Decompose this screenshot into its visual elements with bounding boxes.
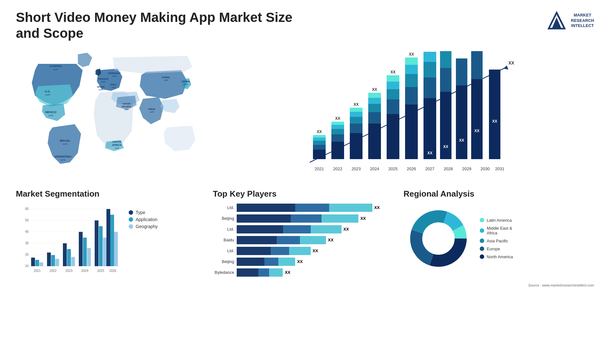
svg-rect-116	[39, 262, 43, 266]
svg-rect-51	[350, 124, 363, 133]
svg-rect-117	[47, 253, 51, 266]
svg-text:2030: 2030	[481, 166, 490, 171]
application-dot	[129, 217, 133, 222]
segmentation-chart: 60 50 40 30 20 10	[16, 204, 124, 277]
svg-text:CHINA: CHINA	[162, 76, 170, 79]
svg-rect-131	[114, 232, 118, 266]
bar-chart-svg: XX XX XX	[219, 51, 591, 178]
svg-rect-124	[83, 238, 87, 266]
svg-rect-48	[331, 122, 344, 125]
segmentation-title: Market Segmentation	[16, 189, 200, 199]
svg-point-143	[423, 223, 454, 254]
latin-america-label: Latin America	[487, 218, 512, 223]
legend-asia-pacific: Asia Pacific	[480, 239, 513, 243]
north-america-label: North America	[487, 254, 513, 259]
svg-text:2024: 2024	[370, 166, 379, 171]
header: Short Video Money Making App Market Size…	[16, 10, 594, 42]
svg-text:xx%: xx%	[48, 114, 53, 117]
svg-rect-71	[405, 65, 418, 74]
map-section: CANADA xx% U.S. xx% MEXICO xx% BRAZIL xx…	[16, 48, 207, 183]
segmentation-section: Market Segmentation 60 50 40 30 20 10	[16, 189, 200, 279]
svg-text:xx%: xx%	[124, 108, 128, 111]
svg-rect-121	[67, 249, 71, 266]
svg-rect-130	[110, 215, 114, 266]
svg-rect-125	[87, 248, 91, 266]
regional-legend: Latin America Middle East &Africa Asia P…	[480, 218, 513, 259]
svg-text:JAPAN: JAPAN	[181, 80, 190, 83]
svg-rect-123	[79, 232, 83, 266]
svg-rect-40	[313, 141, 326, 145]
svg-text:XX: XX	[427, 151, 432, 155]
svg-rect-64	[387, 89, 399, 99]
player-label-6: Bytedance	[213, 270, 237, 275]
svg-rect-85	[424, 98, 436, 159]
svg-text:XX: XX	[354, 102, 359, 107]
svg-text:ITALY: ITALY	[110, 83, 117, 86]
svg-rect-50	[350, 133, 363, 159]
svg-rect-63	[387, 99, 399, 114]
svg-text:AFRICA: AFRICA	[112, 144, 122, 146]
svg-rect-88	[424, 52, 436, 62]
svg-text:2023: 2023	[352, 166, 361, 171]
svg-text:20: 20	[25, 253, 29, 256]
legend-latin-america: Latin America	[480, 218, 513, 223]
svg-rect-119	[55, 259, 59, 266]
svg-text:XX: XX	[459, 138, 464, 143]
svg-text:GERMANY: GERMANY	[108, 72, 121, 75]
svg-text:2024: 2024	[81, 269, 89, 273]
svg-rect-69	[405, 87, 418, 104]
player-label-4: Ltd.	[213, 248, 237, 253]
legend-geography: Geography	[129, 224, 158, 229]
svg-text:2028: 2028	[444, 166, 453, 171]
svg-text:xx%: xx%	[111, 86, 115, 89]
chart-section: XX XX XX	[213, 48, 594, 183]
svg-rect-87	[424, 62, 436, 78]
svg-text:ARGENTINA: ARGENTINA	[54, 155, 71, 158]
svg-text:2025: 2025	[389, 166, 398, 171]
player-label-2: Ltd.	[213, 227, 237, 232]
player-label-0: Ltd.	[213, 205, 237, 210]
svg-rect-86	[424, 78, 436, 98]
svg-text:ARABIA: ARABIA	[121, 105, 131, 108]
player-row-5: Beijing XX	[213, 258, 391, 266]
north-america-dot	[480, 254, 484, 259]
legend-north-america: North America	[480, 254, 513, 259]
svg-text:XX: XX	[443, 145, 448, 149]
svg-text:SPAIN: SPAIN	[97, 85, 105, 88]
svg-text:2025: 2025	[97, 269, 105, 273]
svg-text:30: 30	[25, 241, 29, 245]
svg-rect-65	[387, 82, 399, 89]
svg-rect-120	[63, 243, 67, 266]
svg-rect-42	[313, 135, 326, 138]
svg-rect-127	[99, 226, 103, 266]
svg-rect-70	[405, 74, 418, 87]
svg-rect-52	[350, 117, 363, 124]
svg-text:SAUDI: SAUDI	[123, 102, 131, 105]
svg-rect-93	[456, 58, 467, 85]
svg-rect-114	[31, 258, 35, 266]
svg-text:INDIA: INDIA	[148, 108, 155, 111]
svg-text:U.S.: U.S.	[45, 90, 51, 93]
svg-text:xx%: xx%	[45, 93, 50, 96]
svg-text:2021: 2021	[315, 166, 324, 171]
svg-text:xx%: xx%	[53, 68, 58, 71]
player-val-6: XX	[285, 270, 290, 275]
players-section: Top Key Players Ltd. XX Beijing XX	[207, 189, 397, 279]
svg-rect-129	[106, 209, 110, 266]
svg-rect-53	[350, 112, 363, 117]
player-val-0: XX	[374, 205, 380, 210]
player-bar-6: XX	[237, 268, 391, 277]
regional-title: Regional Analysis	[403, 189, 594, 199]
svg-rect-92	[456, 85, 467, 159]
svg-rect-94	[471, 79, 483, 159]
geography-label: Geography	[136, 224, 158, 229]
svg-text:xx%: xx%	[112, 75, 116, 77]
svg-text:2021: 2021	[34, 269, 41, 273]
svg-rect-96	[489, 70, 500, 159]
player-row-2: Ltd. XX	[213, 225, 391, 233]
svg-text:2022: 2022	[50, 269, 57, 273]
segmentation-legend: Type Application Geography	[129, 210, 158, 229]
player-val-2: XX	[343, 227, 349, 232]
legend-application: Application	[129, 217, 158, 222]
svg-text:2031: 2031	[495, 166, 505, 171]
